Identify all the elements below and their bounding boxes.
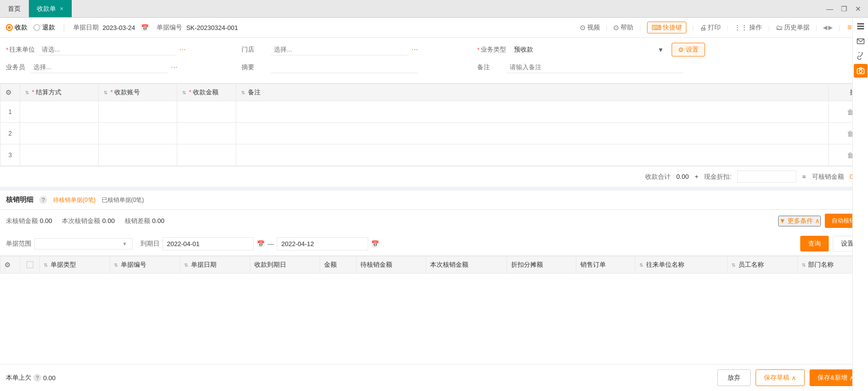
row-2-account[interactable] — [99, 123, 177, 144]
th-amount: ⇅ * 收款金额 — [177, 84, 236, 101]
draft-button[interactable]: 保存草稿 ∧ — [756, 369, 805, 386]
bottom-th-sales-order: 销售订单 — [576, 256, 635, 274]
query-button[interactable]: 查询 — [800, 236, 829, 251]
help-label: 帮助 — [621, 23, 633, 32]
current-label: 本次核销金额 — [62, 217, 100, 225]
doc-no-label: 单据编号 — [121, 261, 146, 268]
settings-button[interactable]: ⚙ 设置 — [672, 43, 705, 56]
current-stat: 本次核销金额 0.00 — [62, 217, 114, 225]
staff-field: 业务员 ··· — [6, 61, 222, 73]
date-start-calendar-icon[interactable]: 📅 — [257, 240, 265, 248]
bottom-th-checkbox — [20, 256, 40, 274]
nav-next-icon[interactable]: ▶ — [828, 24, 833, 31]
nav-prev-icon[interactable]: ◀ — [823, 24, 827, 31]
equals-sign: = — [802, 173, 806, 180]
action-history[interactable]: 🗂 历史单据 — [776, 23, 810, 32]
action-shortcut[interactable]: ⌨ 快捷键 — [647, 22, 686, 33]
sidebar-email-icon[interactable] — [854, 34, 868, 48]
tab-home[interactable]: 首页 — [0, 0, 29, 17]
bottom-table-gear-button[interactable]: ⚙ — [4, 261, 11, 269]
row-1-account[interactable] — [99, 101, 177, 123]
doc-date-value[interactable]: 2023-03-24 — [103, 24, 136, 31]
staff-more-icon[interactable]: ··· — [171, 63, 177, 72]
partner-label: 往来单位 — [9, 45, 39, 54]
more-conditions-btn[interactable]: ▼ 更多条件 ∧ — [778, 216, 821, 226]
nav-arrows: ◀ ▶ — [823, 24, 833, 31]
row-3-amount[interactable] — [177, 144, 236, 166]
discount-input[interactable] — [737, 170, 796, 183]
business-type-chevron-icon[interactable]: ▼ — [657, 46, 664, 54]
radio-refund-label: 退款 — [42, 23, 55, 32]
tab-active[interactable]: 收款单 × — [29, 0, 72, 17]
summary-input[interactable] — [271, 61, 418, 73]
list-view-icon[interactable]: ≡ — [846, 23, 853, 32]
staff-input[interactable] — [30, 61, 168, 73]
row-1-amount[interactable] — [177, 101, 236, 123]
range-select[interactable]: ▼ — [34, 238, 133, 250]
radio-receipt-label: 收款 — [15, 23, 27, 32]
row-3-remark[interactable] — [236, 144, 829, 166]
close-window-icon[interactable]: ✕ — [853, 4, 863, 14]
pending-tab[interactable]: 待核销单据(0笔) — [53, 196, 96, 204]
select-all-checkbox[interactable] — [27, 261, 33, 268]
action-print[interactable]: 🖨 打印 — [700, 23, 721, 32]
biz-required-mark: * — [477, 46, 480, 54]
store-more-icon[interactable]: ··· — [411, 45, 418, 54]
row-1-remark[interactable] — [236, 101, 829, 123]
business-type-label: 业务类型 — [481, 45, 510, 54]
partner-more-icon[interactable]: ··· — [179, 45, 186, 54]
doc-no-field: 单据编号 SK-20230324-001 — [157, 23, 238, 32]
row-2-amount[interactable] — [177, 123, 236, 144]
due-date-label: 收款到期日 — [254, 261, 286, 268]
summary-row: 收款合计 0.00 + 现金折扣: = 可核销金额 0.00 — [0, 166, 868, 187]
amount-col-label: 金额 — [324, 261, 337, 268]
range-filter: 单据范围 ▼ — [6, 238, 133, 250]
sidebar-camera-icon[interactable] — [854, 64, 868, 78]
doc-date-field: 单据日期 2023-03-24 📅 — [73, 23, 149, 32]
partner-input[interactable] — [39, 44, 176, 56]
radio-refund[interactable]: 退款 — [33, 23, 55, 32]
abandon-button[interactable]: 放弃 — [717, 369, 751, 386]
sidebar-link-icon[interactable] — [854, 49, 868, 63]
row-2-settle[interactable] — [20, 123, 99, 144]
summary-field: 摘要 — [242, 61, 458, 73]
table-row: 2 🗑 ⊕ — [0, 123, 868, 144]
doc-no-sort-icon: ⇅ — [114, 262, 118, 268]
date-start-input[interactable] — [163, 237, 254, 251]
form-row-2: 业务员 ··· 摘要 备注 — [6, 61, 862, 73]
shortcut-icon: ⌨ — [651, 24, 661, 31]
restore-icon[interactable]: ❐ — [839, 4, 849, 14]
radio-receipt[interactable]: 收款 — [6, 23, 27, 32]
row-3-account[interactable] — [99, 144, 177, 166]
table-gear-button[interactable]: ⚙ — [5, 88, 12, 96]
minimize-icon[interactable]: — — [824, 4, 835, 14]
row-2-remark[interactable] — [236, 123, 829, 144]
action-video[interactable]: ⊙ 视频 — [580, 23, 600, 32]
th-settle-label: 结算方式 — [36, 88, 61, 96]
remark-input[interactable] — [507, 61, 683, 73]
bottom-info: 本单上欠 ? 0.00 — [6, 373, 55, 382]
diff-label: 核销差额 — [125, 217, 150, 225]
bottom-help-icon[interactable]: ? — [33, 374, 41, 382]
bottom-th-current-verify: 本次核销金额 — [426, 256, 507, 274]
action-operation[interactable]: ⋮⋮ 操作 — [734, 23, 762, 32]
diff-stat: 核销差额 0.00 — [125, 217, 164, 225]
date-end-calendar-icon[interactable]: 📅 — [371, 240, 379, 248]
row-3-settle[interactable] — [20, 144, 99, 166]
doc-date-calendar-icon[interactable]: 📅 — [141, 24, 149, 31]
row-2-num: 2 — [0, 123, 20, 144]
tab-close-icon[interactable]: × — [60, 5, 63, 12]
action-help[interactable]: ⊙ 帮助 — [613, 23, 633, 32]
filter-actions: ▼ 更多条件 ∧ 自动核销 — [778, 214, 862, 228]
table-row: 1 🗑 ⊕ — [0, 101, 868, 123]
store-input[interactable] — [271, 44, 408, 56]
history-label: 历史单据 — [784, 23, 810, 32]
total-value: 0.00 — [677, 173, 689, 180]
row-1-settle[interactable] — [20, 101, 99, 123]
verification-help-icon[interactable]: ? — [39, 196, 47, 204]
date-end-input[interactable] — [277, 237, 368, 251]
verified-tab[interactable]: 已核销单据(0笔) — [102, 196, 144, 204]
draft-label: 保存草稿 — [764, 373, 789, 382]
sidebar-table-icon[interactable] — [854, 20, 868, 33]
date-separator: — — [268, 240, 274, 248]
